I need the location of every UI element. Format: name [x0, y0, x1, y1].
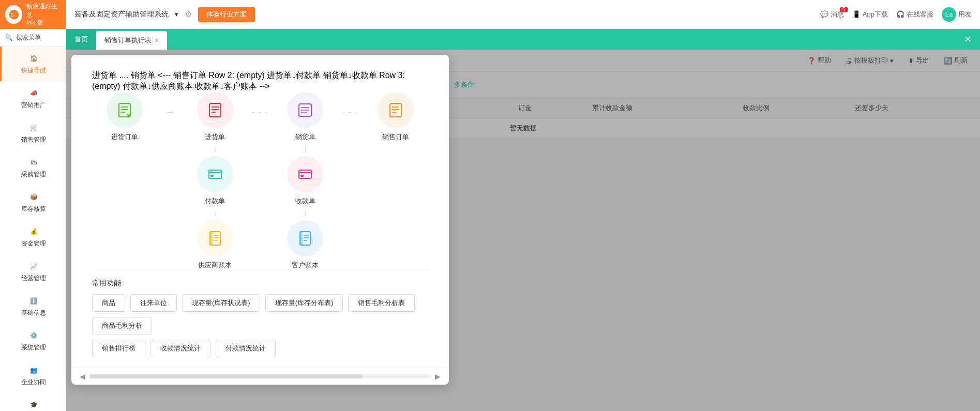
nav-label-finance: 资金管理	[21, 239, 46, 248]
func-btn-payment-stats[interactable]: 付款情况统计	[216, 340, 276, 357]
sidebar-item-basic-info[interactable]: ℹ️ 基础信息	[0, 289, 66, 324]
supplier-ledger-icon	[197, 220, 233, 256]
message-button[interactable]: 💬 消息 5	[820, 10, 844, 19]
dashed-left-arrow-icon: - - -	[342, 108, 358, 116]
down-arrow-purchase: ↓	[183, 144, 248, 154]
receipt-icon	[287, 156, 323, 192]
payment-icon: ¥	[197, 156, 233, 192]
flow-node-purchase-bill[interactable]: 进货单	[183, 92, 248, 142]
settings-gear-icon[interactable]: ⚙	[185, 9, 192, 19]
down-arrow-sales-icon: ↓	[303, 144, 307, 154]
arrow-left-1: - - -	[340, 108, 361, 126]
dropdown-arrow-icon: ▾	[175, 10, 178, 18]
function-buttons-row1: 商品 往来单位 现存量(库存状况表) 现存量(库存分布表) 销售毛利分析表 商品…	[92, 294, 428, 334]
popup-overlay[interactable]: 进货单 .... 销货单 <--- 销售订单 Row 2: (empty) 进货…	[66, 50, 980, 411]
tab-home[interactable]: 首页	[66, 29, 96, 50]
func-btn-contacts[interactable]: 往来单位	[130, 294, 177, 312]
home-icon: 🏠	[28, 53, 39, 64]
download-icon: 📱	[852, 10, 861, 18]
func-btn-stock-status[interactable]: 现存量(库存状况表)	[182, 294, 260, 312]
nav-label-marketing: 营销推广	[21, 101, 46, 110]
svg-rect-22	[299, 170, 311, 178]
online-service-label: 在线客服	[907, 10, 933, 19]
flow-node-customer-ledger[interactable]: 客户账本	[273, 220, 338, 270]
sidebar-item-system[interactable]: ⚙️ 系统管理	[0, 324, 66, 358]
search-icon: 🔍	[5, 34, 13, 41]
service-icon: 🎧	[896, 10, 904, 18]
gear-icon: ⚙️	[28, 330, 39, 341]
sidebar-item-inventory[interactable]: 📦 库存核算	[0, 185, 66, 220]
tab-close-icon[interactable]: ×	[155, 36, 159, 44]
guide-icon: 🎓	[28, 399, 39, 410]
flow-node-purchase-order[interactable]: 进货订单	[92, 92, 158, 142]
flow-node-receipt[interactable]: 收款单	[273, 156, 338, 206]
header: 装备及固定资产辅助管理系统 ▾ ⚙ 体验行业方案 💬 消息 5 📱 App下载 …	[66, 0, 980, 29]
scrollbar-track[interactable]	[89, 374, 431, 378]
app-download-label: App下载	[863, 10, 888, 19]
func-btn-sales-margin[interactable]: 销售毛利分析表	[348, 294, 415, 312]
avatar: Ea	[942, 7, 956, 22]
money-icon: 💰	[28, 226, 39, 237]
sidebar-item-quick-nav[interactable]: 🏠 快捷导航	[0, 47, 66, 81]
user-profile[interactable]: Ea 用友	[942, 7, 972, 22]
app-download-button[interactable]: 📱 App下载	[852, 10, 888, 19]
sidebar: 6 畅康通好生意 标准版 🔍 搜索菜单 🏠 快捷导航 📣 营销推广 🛒 销售管理…	[0, 0, 66, 411]
tab-bar: 首页 销售订单执行表 × ✕	[66, 29, 980, 50]
svg-rect-24	[300, 175, 304, 177]
purchase-bill-label: 进货单	[205, 132, 225, 142]
search-menu-label: 搜索菜单	[16, 33, 41, 42]
common-functions-title: 常用功能	[92, 279, 428, 288]
flow-node-supplier-ledger[interactable]: 供应商账本	[183, 220, 248, 270]
nav-label-purchase: 采购管理	[21, 170, 46, 179]
nav-label-ops: 经营管理	[21, 274, 46, 283]
megaphone-icon: 📣	[28, 87, 39, 99]
nav-label-basic: 基础信息	[21, 309, 46, 317]
online-service-button[interactable]: 🎧 在线客服	[896, 10, 933, 19]
message-icon: 💬	[820, 10, 828, 18]
svg-text:¥: ¥	[210, 169, 213, 173]
tab-bar-close-button[interactable]: ✕	[956, 29, 980, 50]
sidebar-nav: 🏠 快捷导航 📣 营销推广 🛒 销售管理 🛍 采购管理 📦 库存核算 💰 资金管…	[0, 47, 66, 411]
sidebar-item-operations[interactable]: 📈 经营管理	[0, 254, 66, 289]
popup-modal: 进货单 .... 销货单 <--- 销售订单 Row 2: (empty) 进货…	[71, 55, 449, 385]
purchase-bill-icon	[197, 92, 233, 128]
nav-label-system: 系统管理	[21, 343, 46, 352]
popup-scrollbar: ◀ ▶	[71, 368, 449, 385]
system-dropdown[interactable]: ▾	[175, 10, 178, 18]
user-name-label: 用友	[958, 10, 972, 19]
sidebar-item-enterprise[interactable]: 👥 企业协同	[0, 358, 66, 393]
nav-label-inventory: 库存核算	[21, 205, 46, 214]
sidebar-item-marketing[interactable]: 📣 营销推广	[0, 81, 66, 116]
purchase-order-icon	[107, 92, 143, 128]
search-menu-bar[interactable]: 🔍 搜索菜单	[0, 29, 66, 47]
common-functions-area: 常用功能 商品 往来单位 现存量(库存状况表) 现存量(库存分布表) 销售毛利分…	[92, 270, 428, 357]
scrollbar-thumb	[89, 374, 363, 378]
sidebar-item-purchase[interactable]: 🛍 采购管理	[0, 150, 66, 185]
sidebar-item-finance[interactable]: 💰 资金管理	[0, 220, 66, 254]
scroll-left-icon[interactable]: ◀	[80, 372, 85, 380]
sales-bill-icon	[287, 92, 323, 128]
purchase-order-label: 进货订单	[111, 132, 138, 142]
sidebar-item-guide[interactable]: 🎓 新手引导	[0, 393, 66, 411]
func-btn-product-margin[interactable]: 商品毛利分析	[92, 317, 152, 334]
scroll-right-icon[interactable]: ▶	[435, 372, 441, 380]
dashed-arrow-icon: - - -	[252, 108, 268, 116]
box-icon: 📦	[28, 191, 39, 203]
try-button[interactable]: 体验行业方案	[198, 7, 255, 22]
system-title: 装备及固定资产辅助管理系统	[74, 10, 169, 19]
tab-sales-order[interactable]: 销售订单执行表 ×	[96, 31, 167, 50]
sidebar-item-sales[interactable]: 🛒 销售管理	[0, 116, 66, 150]
flow-node-payment[interactable]: ¥ 付款单	[183, 156, 248, 206]
svg-text:6: 6	[10, 12, 13, 18]
func-btn-sales-rank[interactable]: 销售排行榜	[92, 340, 145, 357]
header-right: 💬 消息 5 📱 App下载 🎧 在线客服 Ea 用友	[820, 7, 972, 22]
down-arrow-payment: ↓	[183, 208, 248, 218]
flow-node-sales-order[interactable]: 销售订单	[363, 92, 429, 142]
func-btn-stock-dist[interactable]: 现存量(库存分布表)	[265, 294, 343, 312]
bag-icon: 🛍	[28, 157, 39, 168]
nav-label-quick: 快捷导航	[21, 66, 46, 75]
flow-node-sales-bill[interactable]: 销货单	[273, 92, 338, 142]
func-btn-product[interactable]: 商品	[92, 294, 125, 312]
sales-bill-label: 销货单	[295, 132, 315, 142]
func-btn-receipt-stats[interactable]: 收款情况统计	[150, 340, 210, 357]
